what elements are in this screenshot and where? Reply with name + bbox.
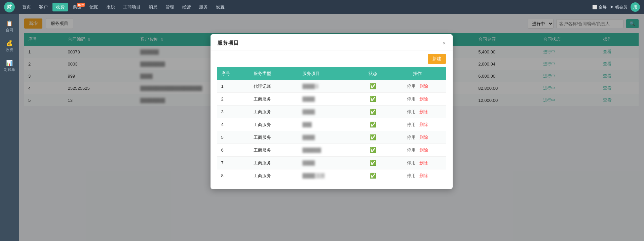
- service-item-name: ███: [302, 122, 312, 127]
- sidebar-item-duizhangdan[interactable]: 📊 对账单: [1, 57, 18, 75]
- modal-col-type: 服务类型: [250, 67, 299, 80]
- service-item-name: ████ 注册: [302, 173, 325, 179]
- sidebar-item-hetong[interactable]: 📋 合同: [1, 17, 18, 35]
- stop-button[interactable]: 停用: [407, 160, 416, 165]
- stop-button[interactable]: 停用: [407, 84, 416, 89]
- stop-button[interactable]: 停用: [407, 148, 416, 153]
- statement-icon: 📊: [6, 60, 13, 66]
- nav-customer[interactable]: 客户: [36, 3, 51, 11]
- service-item-name: ████: [302, 160, 315, 165]
- service-item-name: ████: [302, 109, 315, 114]
- modal-col-item: 服务项目: [298, 67, 357, 80]
- stop-button[interactable]: 停用: [407, 96, 416, 102]
- status-check-icon: ✅: [370, 122, 376, 127]
- modal-title: 服务项目: [217, 40, 239, 47]
- sidebar-item-label-hetong: 合同: [6, 28, 13, 33]
- modal-table-row: 4 工商服务 ███ ✅ 停用 删除: [217, 118, 446, 131]
- service-item-name: ██████: [302, 148, 321, 153]
- avatar[interactable]: 用: [631, 2, 640, 12]
- delete-button[interactable]: 删除: [419, 160, 428, 165]
- nav-gongshang[interactable]: 工商项目: [120, 3, 144, 11]
- modal-table-row: 8 工商服务 ████ 注册 ✅ 停用 删除: [217, 169, 446, 182]
- modal-col-seq: 序号: [217, 67, 250, 80]
- service-items-modal: 服务项目 × 新建 序号 服务类型 服务项目: [211, 34, 453, 189]
- sidebar: 📋 合同 💰 收费 📊 对账单: [0, 14, 19, 241]
- nav-home[interactable]: 首页: [19, 3, 34, 11]
- modal-body: 序号 服务类型 服务项目 状态 操作 1 代理记账: [211, 67, 453, 189]
- sidebar-item-label-shoufei: 收费: [6, 47, 13, 52]
- delete-button[interactable]: 删除: [419, 96, 428, 102]
- service-item-name: ████ 1: [302, 84, 318, 89]
- status-check-icon: ✅: [370, 147, 376, 153]
- stop-button[interactable]: 停用: [407, 135, 416, 140]
- status-check-icon: ✅: [370, 173, 376, 178]
- top-nav: 财 首页 客户 收费 票据 new 记账 报税 工商项目 消息 管理 经营 服务…: [0, 0, 644, 14]
- modal-close-button[interactable]: ×: [443, 40, 446, 46]
- sidebar-item-shoufei[interactable]: 💰 收费: [1, 37, 18, 55]
- delete-button[interactable]: 删除: [419, 122, 428, 127]
- status-check-icon: ✅: [370, 109, 376, 115]
- status-check-icon: ✅: [370, 160, 376, 166]
- nav-fuwu[interactable]: 服务: [196, 3, 211, 11]
- fullscreen-btn[interactable]: ⬜ 全屏: [592, 4, 606, 10]
- status-check-icon: ✅: [370, 83, 376, 89]
- main-layout: 📋 合同 💰 收费 📊 对账单 新增 服务项目 进行中 已完成 已终止: [0, 14, 644, 241]
- modal-table-row: 2 工商服务 ████ ✅ 停用 删除: [217, 93, 446, 106]
- nav-guanli[interactable]: 管理: [162, 3, 178, 11]
- delete-button[interactable]: 删除: [419, 109, 428, 114]
- nav-shoufei[interactable]: 收费: [52, 3, 68, 11]
- nav-jizhang[interactable]: 记账: [86, 3, 102, 11]
- modal-header: 服务项目 ×: [211, 34, 453, 50]
- vip-btn[interactable]: ▶ 畅会员: [610, 4, 627, 10]
- nav-piaoju[interactable]: 票据 new: [69, 3, 85, 11]
- service-item-name: ████: [302, 96, 315, 102]
- contract-icon: 📋: [6, 20, 13, 27]
- delete-button[interactable]: 删除: [419, 84, 428, 89]
- modal-table-row: 3 工商服务 ████ ✅ 停用 删除: [217, 106, 446, 118]
- modal-table-row: 1 代理记账 ████ 1 ✅ 停用 删除: [217, 80, 446, 93]
- stop-button[interactable]: 停用: [407, 122, 416, 127]
- delete-button[interactable]: 删除: [419, 148, 428, 153]
- nav-xiaoxi[interactable]: 消息: [145, 3, 161, 11]
- status-check-icon: ✅: [370, 96, 376, 102]
- top-nav-right: ⬜ 全屏 ▶ 畅会员 用: [592, 2, 640, 12]
- nav-shezhi[interactable]: 设置: [213, 3, 228, 11]
- modal-table-row: 5 工商服务 ████ ✅ 停用 删除: [217, 131, 446, 144]
- delete-button[interactable]: 删除: [419, 173, 428, 178]
- service-item-name: ████: [302, 135, 315, 140]
- modal-table-row: 6 工商服务 ██████ ✅ 停用 删除: [217, 144, 446, 157]
- app-logo: 财: [4, 2, 15, 12]
- content-area: 新增 服务项目 进行中 已完成 已终止 🔍 序号: [19, 14, 644, 241]
- modal-table-row: 7 工商服务 ████ ✅ 停用 删除: [217, 157, 446, 169]
- stop-button[interactable]: 停用: [407, 173, 416, 178]
- modal-toolbar: 新建: [211, 50, 453, 67]
- modal-new-button[interactable]: 新建: [428, 54, 446, 64]
- modal-col-action: 操作: [389, 67, 446, 80]
- delete-button[interactable]: 删除: [419, 135, 428, 140]
- modal-col-status: 状态: [357, 67, 389, 80]
- modal-overlay: 服务项目 × 新建 序号 服务类型 服务项目: [19, 14, 644, 241]
- status-check-icon: ✅: [370, 134, 376, 140]
- stop-button[interactable]: 停用: [407, 109, 416, 114]
- service-items-table: 序号 服务类型 服务项目 状态 操作 1 代理记账: [217, 67, 446, 182]
- new-badge: new: [77, 3, 85, 7]
- nav-jingying[interactable]: 经营: [179, 3, 194, 11]
- sidebar-item-label-duizhangdan: 对账单: [4, 67, 15, 72]
- fee-icon: 💰: [6, 40, 13, 46]
- nav-baoshui[interactable]: 报税: [103, 3, 118, 11]
